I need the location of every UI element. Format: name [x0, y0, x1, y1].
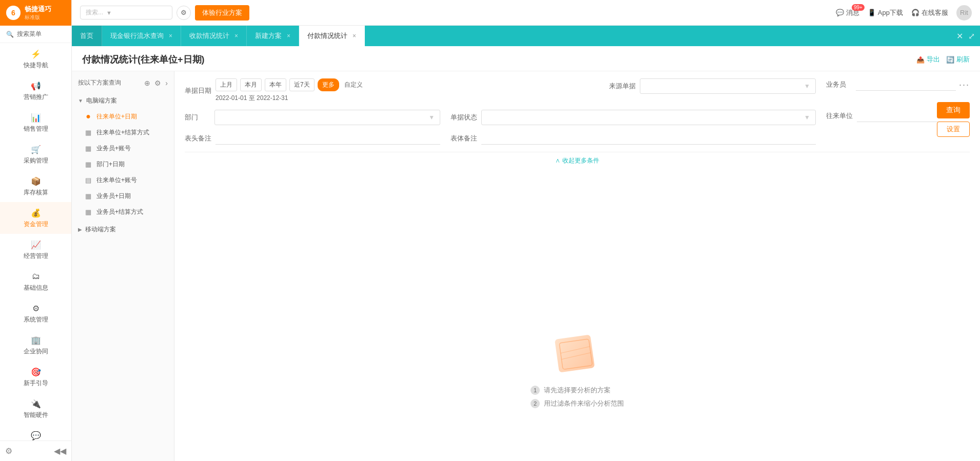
- sidebar-item-sales[interactable]: 📊 销售管理: [0, 107, 71, 138]
- tab-bank-flow-close[interactable]: ×: [169, 32, 172, 39]
- desktop-group-label: 电脑端方案: [86, 96, 117, 105]
- logo-text-group: 畅捷通巧 标准版: [25, 5, 51, 21]
- scheme-icon-3: ▦: [84, 161, 92, 168]
- sidebar-item-basic[interactable]: 🗂 基础信息: [0, 266, 71, 297]
- scheme-item-salesman-date[interactable]: ▦ 业务员+日期: [72, 188, 174, 204]
- scheme-item-label: 往来单位+账号: [96, 176, 137, 185]
- dept-label: 部门: [185, 113, 210, 122]
- tip-num-2: 2: [531, 399, 540, 408]
- add-scheme-icon[interactable]: ⊕: [144, 79, 150, 87]
- sidebar-collapse-icon[interactable]: ◀◀: [54, 446, 66, 456]
- tab-receipt-stats[interactable]: 收款情况统计 ×: [181, 26, 247, 46]
- date-btn-this-month[interactable]: 本月: [240, 78, 262, 91]
- left-panel-title: 按以下方案查询: [78, 78, 121, 87]
- scheme-item-salesman-settle[interactable]: ▦ 业务员+结算方式: [72, 204, 174, 220]
- settings-scheme-icon[interactable]: ⚙: [154, 79, 161, 87]
- scheme-item-counterpart-account[interactable]: ▤ 往来单位+账号: [72, 172, 174, 188]
- tab-bank-flow-label: 现金银行流水查询: [110, 31, 164, 41]
- scheme-item-dept-date[interactable]: ▦ 部门+日期: [72, 156, 174, 172]
- system-icon: ⚙: [30, 303, 42, 314]
- collapse-icon: ∧: [555, 157, 562, 164]
- scheme-item-salesman-account[interactable]: ▦ 业务员+账号: [72, 141, 174, 156]
- doc-status-arrow: ▼: [804, 114, 810, 121]
- source-select[interactable]: ▼: [640, 78, 816, 94]
- collapse-bar[interactable]: ∧ 收起更多条件: [185, 152, 970, 169]
- tab-receipt-stats-close[interactable]: ×: [234, 32, 238, 39]
- export-btn[interactable]: 📤 导出: [916, 55, 940, 64]
- tab-payment-stats[interactable]: 付款情况统计 ×: [299, 26, 365, 46]
- salesman-input[interactable]: [856, 78, 956, 91]
- mobile-arrow-icon: ▶: [78, 227, 82, 232]
- tab-payment-stats-label: 付款情况统计: [307, 31, 347, 41]
- sidebar-item-enterprise[interactable]: 🏢 企业协同: [0, 329, 71, 361]
- topbar-gear-btn[interactable]: ⚙: [177, 6, 191, 20]
- tab-home[interactable]: 首页: [72, 26, 102, 46]
- doc-status-select[interactable]: ▼: [481, 110, 816, 125]
- filter-doc-status: 单据状态 ▼: [450, 110, 816, 125]
- sidebar-item-purchase[interactable]: 🛒 采购管理: [0, 138, 71, 170]
- messages-btn[interactable]: 💬 消息 99+: [836, 8, 859, 17]
- user-name: Rit: [960, 9, 968, 16]
- tab-close-btn[interactable]: ✕: [956, 31, 963, 41]
- sidebar-item-quick-nav[interactable]: ⚡ 快捷导航: [0, 43, 71, 75]
- filter-head-note: 表头备注: [185, 132, 440, 145]
- sidebar-item-guide[interactable]: 🎯 新手引导: [0, 361, 71, 393]
- scheme-item-label: 业务员+结算方式: [96, 208, 143, 216]
- scheme-item-label: 往来单位+日期: [96, 112, 137, 121]
- scheme-icon-1: ▦: [84, 129, 92, 136]
- sidebar-settings-icon[interactable]: ⚙: [5, 446, 12, 456]
- body-note-input[interactable]: [481, 132, 816, 145]
- salesman-dots[interactable]: ···: [959, 80, 970, 89]
- scheme-item-counterpart-settle[interactable]: ▦ 往来单位+结算方式: [72, 125, 174, 141]
- date-btn-more[interactable]: 更多: [318, 78, 339, 91]
- content-area: 按以下方案查询 ⊕ ⚙ › ▼ 电脑端方案 ● 往来单位+日期: [72, 71, 980, 461]
- online-service-btn[interactable]: 🎧 在线客服: [911, 8, 948, 17]
- sidebar-item-hardware[interactable]: 🔌 智能硬件: [0, 393, 71, 425]
- logo-icon: 6: [6, 6, 21, 20]
- sidebar-item-finance[interactable]: 💰 资金管理: [0, 202, 71, 234]
- sidebar-item-wechat[interactable]: 💬 企业微信: [0, 425, 71, 440]
- date-btn-last-month[interactable]: 上月: [215, 78, 237, 91]
- topbar-dropdown-arrow: ▼: [106, 10, 112, 16]
- filter-row-1: 单据日期 上月 本月 本年 近7天 更多 自定义 20: [185, 78, 970, 103]
- date-btn-this-year[interactable]: 本年: [265, 78, 286, 91]
- tab-bank-flow[interactable]: 现金银行流水查询 ×: [102, 26, 181, 46]
- scheme-group-mobile-title[interactable]: ▶ 移动端方案: [72, 222, 174, 237]
- finance-icon: 💰: [30, 207, 42, 218]
- refresh-btn[interactable]: 🔄 刷新: [946, 55, 970, 64]
- collapse-panel-icon[interactable]: ›: [165, 79, 168, 87]
- settings-btn[interactable]: 设置: [937, 122, 970, 137]
- phone-icon: 📱: [868, 9, 876, 16]
- user-avatar[interactable]: Rit: [956, 5, 972, 21]
- sidebar-item-marketing[interactable]: 📢 营销推广: [0, 75, 71, 107]
- scheme-item-counterpart-date[interactable]: ● 往来单位+日期: [72, 108, 174, 125]
- operations-icon: 📈: [30, 239, 42, 250]
- headset-icon: 🎧: [911, 9, 919, 16]
- wechat-icon: 💬: [30, 430, 42, 440]
- sidebar-item-system[interactable]: ⚙ 系统管理: [0, 297, 71, 329]
- date-btn-last-7[interactable]: 近7天: [289, 78, 315, 91]
- sidebar-item-operations[interactable]: 📈 经营管理: [0, 234, 71, 266]
- export-label: 导出: [927, 55, 940, 64]
- scheme-group-desktop-title[interactable]: ▼ 电脑端方案: [72, 93, 174, 108]
- basic-icon: 🗂: [30, 271, 42, 282]
- dept-select[interactable]: ▼: [214, 110, 440, 125]
- query-btn[interactable]: 查询: [937, 102, 970, 118]
- query-btns: 查询 设置: [937, 102, 970, 137]
- head-note-input[interactable]: [215, 132, 440, 145]
- sidebar-item-label: 系统管理: [24, 315, 48, 324]
- trial-btn[interactable]: 体验行业方案: [195, 5, 249, 21]
- sidebar-search[interactable]: 🔍 搜索菜单: [0, 26, 71, 43]
- scheme-icon-2: ▦: [84, 145, 92, 152]
- topbar-search-box[interactable]: 搜索... ▼: [80, 6, 172, 19]
- app-download-btn[interactable]: 📱 App下载: [868, 8, 903, 17]
- sidebar-item-inventory[interactable]: 📦 库存核算: [0, 170, 71, 202]
- tab-payment-stats-close[interactable]: ×: [352, 32, 356, 39]
- app-download-label: App下载: [878, 8, 903, 17]
- left-panel-icons: ⊕ ⚙ ›: [144, 79, 168, 87]
- tab-new-scheme[interactable]: 新建方案 ×: [247, 26, 299, 46]
- tab-expand-btn[interactable]: ⤢: [968, 31, 975, 41]
- tab-new-scheme-close[interactable]: ×: [287, 32, 290, 39]
- empty-tip-1: 1 请先选择要分析的方案: [531, 386, 624, 395]
- tip-text-1: 请先选择要分析的方案: [544, 386, 611, 395]
